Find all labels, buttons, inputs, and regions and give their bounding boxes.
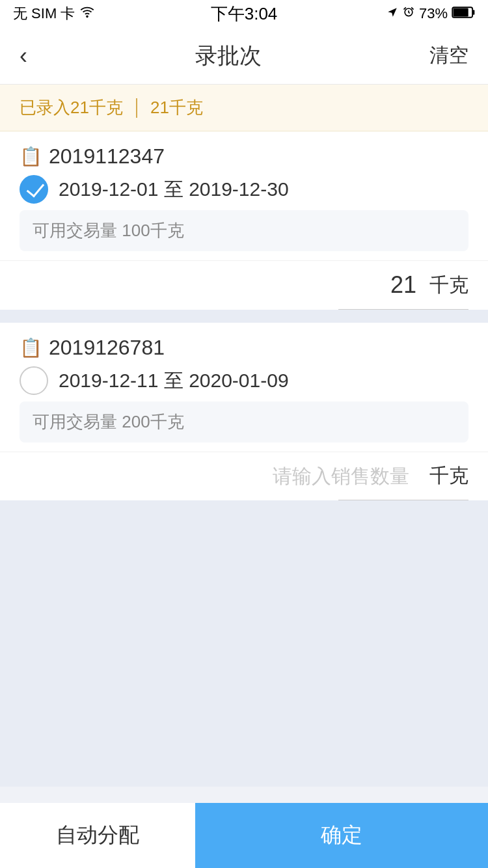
clear-button[interactable]: 清空 [429, 42, 468, 69]
wifi-icon [80, 5, 94, 23]
batch-1-header: 📋 2019112347 [20, 144, 468, 169]
batch-1-radio[interactable] [20, 175, 48, 204]
batch-2-icon: 📋 [20, 337, 42, 359]
batch-2-date: 2019-12-11 至 2020-01-09 [59, 368, 289, 394]
batch-1-quantity-row: 21 千克 [0, 260, 488, 309]
batch-1-header-area: 📋 2019112347 2019-12-01 至 2019-12-30 可用交… [0, 131, 488, 251]
batch-item-2: 📋 2019126781 2019-12-11 至 2020-01-09 可用交… [0, 323, 488, 500]
confirm-button[interactable]: 确定 [195, 803, 488, 868]
status-bar-left: 无 SIM 卡 [13, 4, 94, 23]
bottom-bar: 自动分配 确定 [0, 803, 488, 868]
batch-2-quantity-input[interactable] [224, 465, 419, 487]
gray-area [0, 500, 488, 787]
battery-text: 73% [419, 5, 448, 22]
carrier-text: 无 SIM 卡 [13, 4, 75, 23]
batch-2-row[interactable]: 2019-12-11 至 2020-01-09 [20, 366, 468, 401]
batch-item-1: 📋 2019112347 2019-12-01 至 2019-12-30 可用交… [0, 131, 488, 310]
batch-2-unit: 千克 [429, 463, 468, 489]
batch-1-icon: 📋 [20, 146, 42, 167]
batch-1-row[interactable]: 2019-12-01 至 2019-12-30 [20, 175, 468, 210]
batch-1-unit: 千克 [429, 272, 468, 299]
info-divider [136, 98, 137, 118]
nav-bar: ‹ 录批次 清空 [0, 27, 488, 85]
status-bar-time: 下午3:04 [211, 3, 278, 25]
svg-point-0 [87, 16, 88, 17]
svg-rect-7 [454, 8, 468, 17]
location-icon [386, 5, 398, 22]
batch-2-header-area: 📋 2019126781 2019-12-11 至 2020-01-09 可用交… [0, 323, 488, 442]
status-bar: 无 SIM 卡 下午3:04 73% [0, 0, 488, 27]
alarm-icon [402, 5, 415, 22]
svg-rect-6 [473, 10, 475, 15]
batch-2-radio[interactable] [20, 366, 48, 395]
page-title: 录批次 [195, 41, 262, 71]
batch-1-id: 2019112347 [49, 144, 165, 169]
battery-icon [452, 5, 475, 22]
status-bar-right: 73% [386, 5, 475, 22]
separator-1 [0, 310, 488, 323]
batch-2-quantity-row: 千克 [0, 452, 488, 500]
batch-1-quantity-value: 21 [390, 271, 416, 299]
info-value: 21千克 [150, 96, 203, 119]
info-bar: 已录入21千克 21千克 [0, 85, 488, 131]
info-label: 已录入21千克 [20, 96, 123, 119]
batch-1-space [416, 279, 429, 291]
batch-1-date: 2019-12-01 至 2019-12-30 [59, 176, 289, 203]
back-button[interactable]: ‹ [20, 42, 27, 70]
auto-distribute-button[interactable]: 自动分配 [0, 803, 195, 868]
svg-marker-1 [388, 8, 397, 17]
batch-2-id: 2019126781 [49, 336, 165, 360]
batch-2-available: 可用交易量 200千克 [20, 401, 468, 442]
batch-1-available: 可用交易量 100千克 [20, 210, 468, 251]
batch-2-header: 📋 2019126781 [20, 336, 468, 360]
